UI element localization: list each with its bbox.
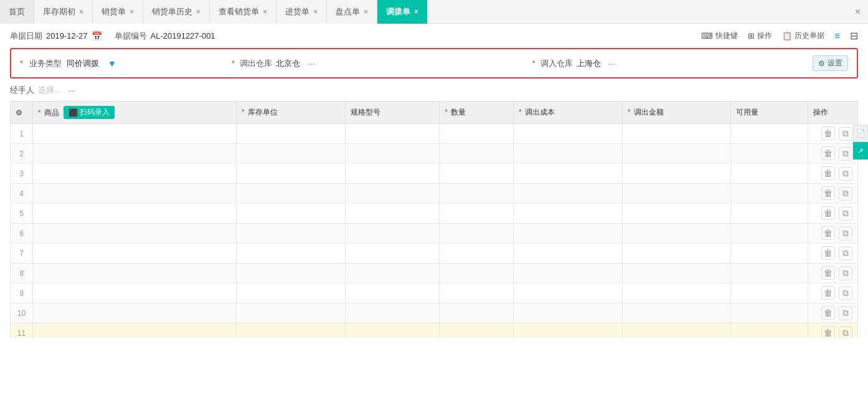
in-warehouse-more[interactable]: ··· [605,59,620,69]
amount-cell-7[interactable] [622,244,731,264]
delete-icon-7[interactable]: 🗑 [821,246,835,260]
spec-cell-6[interactable] [345,224,439,244]
unit-cell-2[interactable] [236,144,345,164]
cost-cell-5[interactable] [513,204,622,224]
product-cell-11[interactable] [33,323,237,338]
tab-close-view-sales[interactable]: × [263,7,267,16]
cost-cell-9[interactable] [513,283,622,303]
delete-icon-8[interactable]: 🗑 [821,266,835,280]
qty-cell-5[interactable] [440,204,514,224]
unit-cell-9[interactable] [236,283,345,303]
product-cell-1[interactable] [33,124,237,144]
cost-cell-8[interactable] [513,264,622,283]
delete-icon-6[interactable]: 🗑 [821,226,835,240]
product-cell-9[interactable] [33,283,237,303]
amount-cell-10[interactable] [622,303,731,323]
scan-button[interactable]: ⬛ 扫码录入 [64,106,115,119]
out-warehouse-more[interactable]: ··· [304,59,319,69]
calendar-icon[interactable]: 📅 [92,31,102,41]
amount-cell-2[interactable] [622,144,731,164]
qty-cell-3[interactable] [440,164,514,184]
amount-cell-9[interactable] [622,283,731,303]
qty-cell-6[interactable] [440,224,514,244]
qty-cell-2[interactable] [440,144,514,164]
window-close-button[interactable]: × [847,0,868,24]
tab-view-sales[interactable]: 查看销货单 × [210,0,276,24]
amount-cell-6[interactable] [622,224,731,244]
cost-cell-1[interactable] [513,124,622,144]
spec-cell-8[interactable] [345,264,439,283]
copy-icon-1[interactable]: ⧉ [839,127,852,141]
spec-cell-4[interactable] [345,184,439,204]
copy-icon-8[interactable]: ⧉ [839,267,852,280]
unit-cell-11[interactable] [236,323,345,338]
qty-cell-1[interactable] [440,124,514,144]
copy-icon-3[interactable]: ⧉ [839,167,852,181]
shortcuts-button[interactable]: ⌨ 快捷键 [701,31,738,41]
qty-cell-11[interactable] [440,323,514,338]
qty-cell-8[interactable] [440,264,514,283]
cost-cell-10[interactable] [513,303,622,323]
delete-icon-9[interactable]: 🗑 [821,286,835,300]
cost-cell-4[interactable] [513,184,622,204]
spec-cell-1[interactable] [345,124,439,144]
settings-button[interactable]: ⚙ 设置 [813,55,848,71]
copy-icon-9[interactable]: ⧉ [839,287,852,300]
tab-purchase-order[interactable]: 进货单 × [276,0,327,24]
operations-button[interactable]: ⊞ 操作 [748,31,772,41]
handler-value[interactable]: 选择... [38,85,61,96]
history-button[interactable]: 📋 历史单据 [782,31,824,41]
copy-icon-5[interactable]: ⧉ [839,207,852,221]
delete-icon-4[interactable]: 🗑 [821,186,835,200]
copy-icon-7[interactable]: ⧉ [839,247,852,260]
copy-icon-10[interactable]: ⧉ [839,307,852,320]
copy-icon-2[interactable]: ⧉ [839,147,852,161]
sidebar-doc-icon[interactable]: 📄 [853,125,868,142]
qty-cell-10[interactable] [440,303,514,323]
cost-cell-2[interactable] [513,144,622,164]
unit-cell-3[interactable] [236,164,345,184]
copy-icon-4[interactable]: ⧉ [839,187,852,201]
tab-close-stocktake[interactable]: × [364,7,368,16]
spec-cell-7[interactable] [345,244,439,264]
product-cell-2[interactable] [33,144,237,164]
product-cell-6[interactable] [33,224,237,244]
amount-cell-8[interactable] [622,264,731,283]
delete-icon-5[interactable]: 🗑 [821,206,835,220]
spec-cell-3[interactable] [345,164,439,184]
cost-cell-11[interactable] [513,323,622,338]
product-cell-3[interactable] [33,164,237,184]
delete-icon-11[interactable]: 🗑 [821,326,835,338]
tab-close-purchase-order[interactable]: × [313,7,318,16]
cost-cell-3[interactable] [513,164,622,184]
unit-cell-6[interactable] [236,224,345,244]
delete-icon-10[interactable]: 🗑 [821,306,835,320]
layout1-button[interactable]: ≡ [834,31,840,42]
spec-cell-5[interactable] [345,204,439,224]
product-cell-8[interactable] [33,264,237,283]
copy-icon-6[interactable]: ⧉ [839,227,852,240]
cost-cell-7[interactable] [513,244,622,264]
qty-cell-9[interactable] [440,283,514,303]
spec-cell-9[interactable] [345,283,439,303]
tab-stocktake[interactable]: 盘点单 × [327,0,377,24]
amount-cell-4[interactable] [622,184,731,204]
tab-close-sales-order[interactable]: × [130,7,134,16]
amount-cell-3[interactable] [622,164,731,184]
tab-close-sales-history[interactable]: × [196,7,200,16]
product-cell-4[interactable] [33,184,237,204]
amount-cell-5[interactable] [622,204,731,224]
tab-close-transfer[interactable]: × [414,7,418,16]
spec-cell-2[interactable] [345,144,439,164]
delete-icon-2[interactable]: 🗑 [821,146,835,160]
spec-cell-10[interactable] [345,303,439,323]
delete-icon-3[interactable]: 🗑 [821,166,835,180]
unit-cell-5[interactable] [236,204,345,224]
layout2-button[interactable]: ⊟ [850,30,858,42]
unit-cell-8[interactable] [236,264,345,283]
amount-cell-11[interactable] [622,323,731,338]
product-cell-7[interactable] [33,244,237,264]
copy-icon-11[interactable]: ⧉ [839,326,852,338]
handler-more[interactable]: ··· [65,85,80,95]
unit-cell-7[interactable] [236,244,345,264]
